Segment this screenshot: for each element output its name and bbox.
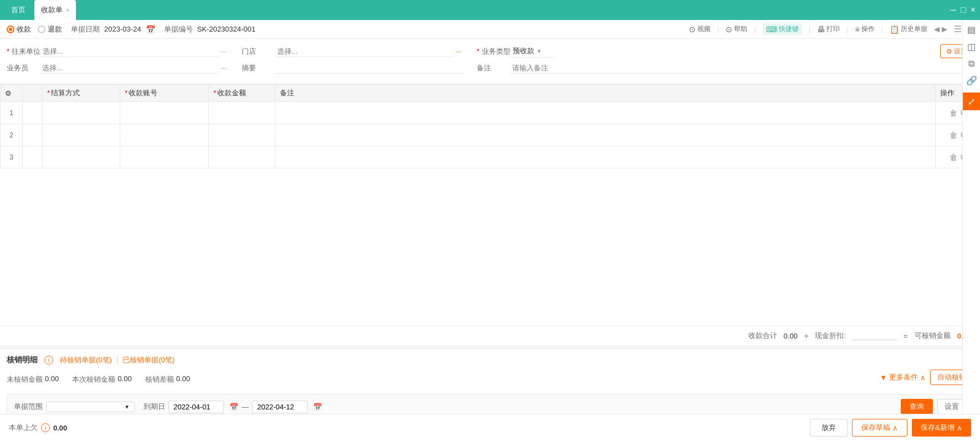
footer-info-icon[interactable]: i <box>41 423 50 432</box>
row-3-delete-icon[interactable]: 🗑 <box>950 153 957 162</box>
radio-income-circle <box>7 25 14 33</box>
doc-date-label: 单据日期 <box>71 24 100 34</box>
staff-ellipsis[interactable]: ··· <box>218 64 228 72</box>
verify-filter-row: ▼ 更多条件 ∧ 自动核销 <box>880 370 973 385</box>
draft-label: 保存草稿 <box>861 423 890 433</box>
row-1-num: 1 <box>1 102 23 124</box>
col-account-header: 收款账号 <box>120 85 209 102</box>
store-ellipsis[interactable]: ··· <box>453 48 463 55</box>
summary-input[interactable] <box>275 63 463 74</box>
radio-refund-circle <box>38 25 45 33</box>
date-from-icon[interactable]: 📅 <box>229 403 238 411</box>
sidebar-icon-3[interactable]: ⧉ <box>968 59 974 69</box>
query-button[interactable]: 查询 <box>901 399 933 414</box>
staff-input[interactable] <box>40 63 218 74</box>
verify-info-icon[interactable]: i <box>44 356 53 365</box>
nav-next-icon[interactable]: ▶ <box>942 25 947 33</box>
settings-gear-icon[interactable]: ⚙ <box>5 89 12 98</box>
row-3-account[interactable] <box>120 146 209 168</box>
pending-tab[interactable]: 待核销单据(0笔) <box>60 355 112 365</box>
row-2-jiesuan[interactable] <box>43 124 120 146</box>
row-2-amount[interactable] <box>209 124 275 146</box>
save-new-button[interactable]: 保存&新增 ∧ <box>912 419 971 437</box>
date-to-input[interactable] <box>252 401 308 413</box>
counterpart-input[interactable] <box>40 46 218 57</box>
footer-label: 本单上欠 <box>9 423 38 433</box>
row-2-remark[interactable] <box>275 124 936 146</box>
print-btn[interactable]: 🖶 打印 <box>817 24 840 34</box>
save-new-chevron: ∧ <box>957 424 962 432</box>
doc-num-label: 单据编号 <box>164 24 193 34</box>
draft-chevron: ∧ <box>892 424 898 432</box>
tab-home[interactable]: 首页 <box>4 0 32 20</box>
biz-type-label: 业务类型 <box>477 47 511 57</box>
window-min-icon[interactable]: ─ <box>950 5 956 15</box>
biz-type-select[interactable]: 预收款 ▼ <box>511 45 555 58</box>
row-1-amount[interactable] <box>209 102 275 124</box>
sidebar-icon-1[interactable]: ▤ <box>967 24 976 35</box>
note-field: 备注 <box>477 63 973 74</box>
sidebar-icon-5[interactable]: ⤢ <box>963 93 981 110</box>
list-icon[interactable]: ☰ <box>954 24 962 34</box>
window-max-icon[interactable]: □ <box>961 5 966 15</box>
row-1-delete-icon[interactable]: 🗑 <box>950 109 957 117</box>
row-2-num: 2 <box>1 124 23 146</box>
window-controls: ─ □ × <box>950 5 976 15</box>
main-container: 收款 退款 单据日期 2023-03-24 📅 单据编号 SK-20230324… <box>0 20 980 441</box>
sidebar-icon-2[interactable]: ◫ <box>967 42 976 52</box>
discount-input[interactable] <box>853 331 897 340</box>
date-to-icon[interactable]: 📅 <box>313 403 322 411</box>
row-2-delete-icon[interactable]: 🗑 <box>950 131 957 140</box>
history-btn[interactable]: 📋 历史单据 <box>890 24 927 34</box>
range-select[interactable]: ▼ <box>46 402 135 412</box>
current-stat: 本次核销金额 0.00 <box>72 375 131 384</box>
col-num-header <box>23 85 43 102</box>
tab-close-icon[interactable]: × <box>66 7 69 13</box>
table-row: 3 🗑 ⧉ <box>1 146 980 168</box>
row-1-account[interactable] <box>120 102 209 124</box>
row-3-remark[interactable] <box>275 146 936 168</box>
store-input[interactable] <box>275 46 453 57</box>
row-1-remark[interactable] <box>275 102 936 124</box>
calendar-icon[interactable]: 📅 <box>146 25 155 34</box>
date-from-input[interactable] <box>169 401 224 413</box>
row-3-jiesuan[interactable] <box>43 146 120 168</box>
video-btn[interactable]: ⊙ 视频 <box>689 24 711 34</box>
row-3-amount[interactable] <box>209 146 275 168</box>
note-input[interactable] <box>510 63 973 74</box>
more-conditions-btn[interactable]: ▼ 更多条件 ∧ <box>880 372 926 382</box>
abandon-button[interactable]: 放弃 <box>810 419 848 437</box>
radio-refund[interactable]: 退款 <box>38 24 62 34</box>
sep4: | <box>846 25 848 33</box>
col-amount-header: 收款金额 <box>209 85 275 102</box>
window-close-icon[interactable]: × <box>971 5 976 15</box>
current-label: 本次核销金额 <box>72 375 115 384</box>
range-chevron: ▼ <box>124 404 130 410</box>
draft-button[interactable]: 保存草稿 ∧ <box>852 419 907 437</box>
summary-label: 摘要 <box>242 63 275 73</box>
sep5: | <box>881 25 883 33</box>
row-1-jiesuan[interactable] <box>43 102 120 124</box>
tab-active[interactable]: 收款单 × <box>34 0 76 20</box>
shortcut-btn[interactable]: ⌨ 快捷键 <box>763 23 802 35</box>
sep3: | <box>809 25 810 33</box>
sep1: | <box>717 25 719 33</box>
nav-prev-icon[interactable]: ◀ <box>934 25 940 33</box>
staff-field: 业务员 ··· <box>7 63 228 74</box>
range-field: 单据范围 ▼ <box>14 402 135 412</box>
row-2-account[interactable] <box>120 124 209 146</box>
filter-buttons: 查询 设置 <box>901 399 966 414</box>
radio-income[interactable]: 收款 <box>7 24 31 34</box>
row-3-num2 <box>23 146 43 168</box>
verify-title: 核销明细 <box>7 355 38 365</box>
sidebar-icon-4[interactable]: 🔗 <box>966 75 977 86</box>
tab-separator: | <box>116 355 118 365</box>
radio-refund-label: 退款 <box>48 24 62 34</box>
summary-field: 摘要 <box>242 63 463 74</box>
collect-label: 收款合计 <box>748 331 777 341</box>
operate-btn[interactable]: ≡ 操作 <box>855 24 874 34</box>
help-btn[interactable]: ⊙ 帮助 <box>726 24 747 34</box>
done-tab[interactable]: 已核销单据(0笔) <box>122 355 175 365</box>
col-settings-header[interactable]: ⚙ <box>1 85 23 102</box>
counterpart-ellipsis[interactable]: ··· <box>218 48 228 55</box>
